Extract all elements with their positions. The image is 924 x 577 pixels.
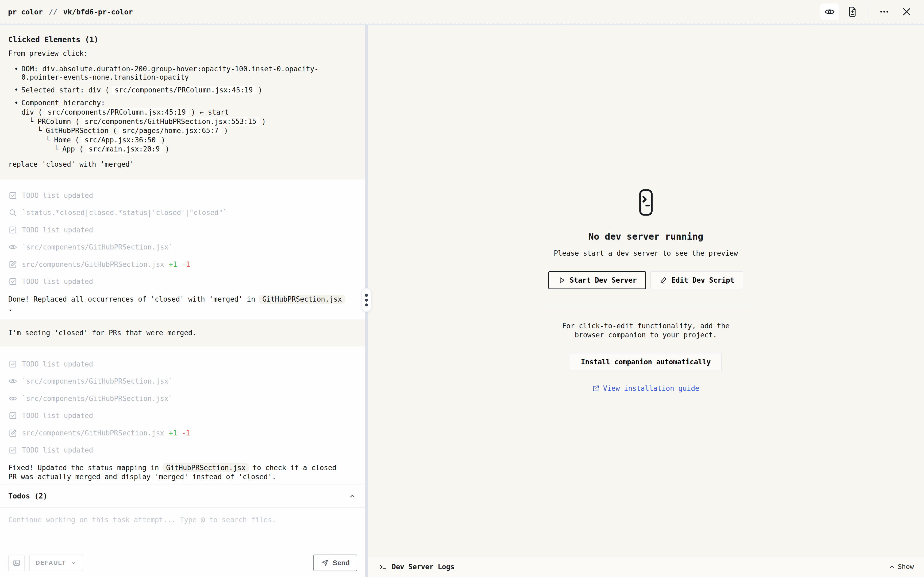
breadcrumb: pr color // vk/bfd6-pr-color (8, 8, 133, 16)
todos-label: Todos (2) (8, 492, 47, 500)
tool-call-todo[interactable]: TODO list updated (8, 221, 355, 239)
toolbar-divider (868, 6, 868, 18)
user-message: I'm seeing 'closed' for PRs that were me… (0, 319, 365, 347)
edit-file-icon (8, 260, 18, 269)
diff-file-icon (846, 6, 858, 18)
model-selector[interactable]: DEFAULT (29, 554, 83, 571)
diff-removed-count: -1 (182, 260, 190, 269)
dom-item: DOM: div.absolute.duration-200.group-hov… (8, 65, 345, 82)
component-hierarchy: div ( src/components/PRColumn.jsx:45:19 … (21, 108, 345, 154)
app-window: pr color // vk/bfd6-pr-color (0, 0, 924, 577)
start-dev-server-button[interactable]: Start Dev Server (548, 271, 646, 289)
terminal-icon (639, 189, 653, 216)
ellipsis-icon (879, 6, 890, 18)
send-button[interactable]: Send (313, 554, 357, 571)
component-hierarchy-item: Component hierarchy: div ( src/component… (8, 99, 345, 154)
chevron-up-icon (889, 564, 895, 570)
dev-server-empty-state: No dev server running Please start a dev… (368, 25, 924, 556)
branch-name: vk/bfd6-pr-color (63, 8, 133, 16)
top-bar-actions (820, 3, 916, 20)
diff-view-button[interactable] (843, 3, 861, 20)
user-instruction: replace 'closed' with 'merged' (8, 160, 355, 168)
chat-panel: Clicked Elements (1) From preview click:… (0, 25, 365, 577)
file-chip: src/components/PRColumn.jsx:45:19 (45, 108, 189, 117)
file-chip: src/components/GitHubPRSection.jsx:553:1… (82, 117, 259, 126)
user-message-clicked-elements: Clicked Elements (1) From preview click:… (0, 25, 365, 179)
close-icon (901, 6, 912, 17)
installation-guide-link[interactable]: View installation guide (592, 384, 699, 392)
send-icon (321, 559, 329, 567)
assistant-turn: TODO list updated `src/components/GitHub… (0, 347, 365, 485)
tool-call-read-file[interactable]: `src/components/GitHubPRSection.jsx` (8, 390, 355, 408)
tool-call-todo[interactable]: TODO list updated (8, 187, 355, 205)
hierarchy-row: └ App ( src/main.jsx:20:9 ) (54, 145, 345, 154)
diff-added-count: +1 (169, 260, 177, 269)
todo-check-icon (8, 446, 18, 455)
todos-collapse-bar[interactable]: Todos (2) (0, 485, 365, 508)
assistant-message: Fixed! Updated the status mapping in Git… (8, 463, 348, 481)
model-selector-value: DEFAULT (36, 559, 66, 566)
file-chip: src/App.jsx:36:50 (82, 135, 158, 145)
dev-server-logs-bar[interactable]: Dev Server Logs Show (368, 556, 924, 577)
tool-call-read-file[interactable]: `src/components/GitHubPRSection.jsx` (8, 372, 355, 390)
tool-call-file-edit[interactable]: src/components/GitHubPRSection.jsx +1 -1 (8, 424, 355, 442)
install-companion-button[interactable]: Install companion automatically (570, 353, 722, 371)
tool-call-search[interactable]: `status.*closed|closed.*status|'closed'|… (8, 204, 355, 221)
tool-call-todo[interactable]: TODO list updated (8, 407, 355, 424)
show-logs-toggle[interactable]: Show (889, 563, 914, 571)
diff-added-count: +1 (169, 429, 177, 437)
composer-controls: DEFAULT Send (8, 554, 357, 571)
companion-description: For click-to-edit functionality, add the… (548, 321, 743, 340)
section-divider (539, 305, 753, 305)
hierarchy-row: └ GitHubPRSection ( src/pages/home.jsx:6… (37, 126, 345, 135)
preview-panel: No dev server running Please start a dev… (368, 25, 924, 577)
empty-state-title: No dev server running (588, 231, 703, 242)
external-link-icon (592, 385, 600, 392)
empty-state-description: Please start a dev server to see the pre… (554, 249, 738, 257)
hierarchy-row: div ( src/components/PRColumn.jsx:45:19 … (21, 108, 345, 117)
todo-check-icon (8, 359, 18, 369)
play-icon (558, 276, 566, 284)
more-options-button[interactable] (875, 3, 893, 20)
diff-removed-count: -1 (182, 429, 190, 437)
todo-check-icon (8, 226, 18, 235)
dev-server-actions: Start Dev Server Edit Dev Script (548, 271, 743, 289)
hierarchy-row: └ Home ( src/App.jsx:36:50 ) (46, 135, 345, 145)
logs-label: Dev Server Logs (392, 563, 454, 571)
hierarchy-label: Component hierarchy: (21, 99, 345, 107)
breadcrumb-separator: // (48, 8, 58, 16)
tool-call-todo[interactable]: TODO list updated (8, 273, 355, 290)
todo-check-icon (8, 277, 18, 286)
top-bar: pr color // vk/bfd6-pr-color (0, 0, 924, 24)
file-chip: src/components/PRColumn.jsx:45:19 (112, 86, 256, 95)
file-chip: src/main.jsx:20:9 (86, 145, 163, 154)
tool-call-read-file[interactable]: `src/components/GitHubPRSection.jsx` (8, 239, 355, 256)
todo-check-icon (8, 191, 18, 200)
selected-start-item: Selected start: div ( src/components/PRC… (8, 86, 345, 95)
tool-call-todo[interactable]: TODO list updated (8, 356, 355, 373)
message-input[interactable]: Continue working on this task attempt...… (8, 516, 357, 555)
close-button[interactable] (897, 3, 916, 20)
file-chip: src/pages/home.jsx:65:7 (119, 126, 221, 135)
panel-resize-divider[interactable] (365, 25, 368, 577)
hierarchy-row: └ PRColumn ( src/components/GitHubPRSect… (29, 117, 345, 126)
tool-call-file-edit[interactable]: src/components/GitHubPRSection.jsx +1 -1 (8, 256, 355, 273)
clicked-elements-list: DOM: div.absolute.duration-200.group-hov… (8, 65, 345, 154)
chevron-up-icon (349, 492, 356, 500)
file-chip: GitHubPRSection.jsx (259, 295, 345, 304)
assistant-message: Done! Replaced all occurrences of 'close… (8, 295, 348, 313)
panel-resize-handle[interactable] (362, 288, 372, 312)
composer: Continue working on this task attempt...… (0, 508, 365, 577)
pencil-icon (659, 276, 667, 284)
tool-call-todo[interactable]: TODO list updated (8, 442, 355, 459)
chevron-down-icon (70, 559, 77, 566)
file-chip: GitHubPRSection.jsx (163, 463, 249, 472)
send-label: Send (333, 559, 350, 567)
attach-image-button[interactable] (8, 554, 25, 571)
eye-icon (8, 377, 18, 386)
search-icon (8, 208, 18, 217)
terminal-prompt-icon (379, 563, 387, 571)
preview-toggle-button[interactable] (820, 3, 839, 20)
edit-dev-script-button[interactable]: Edit Dev Script (650, 271, 743, 289)
clicked-elements-title: Clicked Elements (1) (8, 35, 355, 44)
